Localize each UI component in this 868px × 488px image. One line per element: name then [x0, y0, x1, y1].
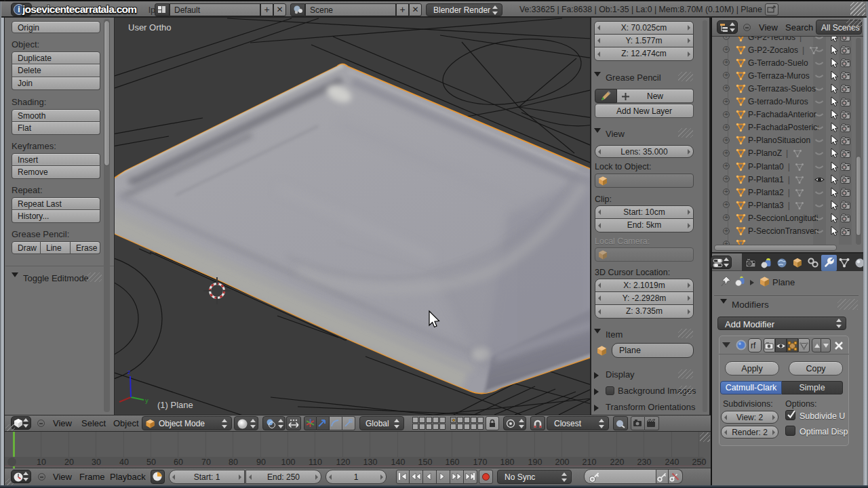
svg-text:z: z — [127, 368, 131, 375]
svg-text:User Ortho: User Ortho — [128, 22, 172, 33]
svg-text:(1) Plane: (1) Plane — [157, 400, 193, 410]
svg-text:y: y — [145, 396, 149, 404]
